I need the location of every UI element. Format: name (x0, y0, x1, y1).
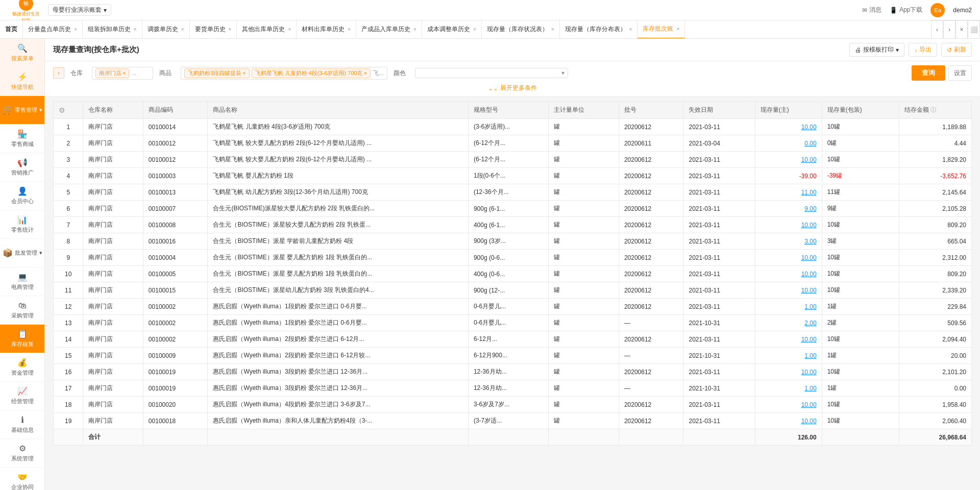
color-filter-input[interactable]: ▾ (415, 68, 568, 78)
row-qty-main[interactable]: 2.00 (755, 315, 822, 331)
search-icon: 🔍 (17, 43, 28, 53)
tab-stock-batch[interactable]: 库存批次账 × (638, 20, 685, 39)
close-tab-requisition[interactable]: × (229, 27, 232, 32)
row-qty-main[interactable]: 10.00 (755, 152, 822, 168)
close-tab-product-in[interactable]: × (413, 27, 416, 32)
row-qty-main[interactable]: 10.00 (755, 364, 822, 380)
close-tab-material-out[interactable]: × (348, 27, 351, 32)
expand-conditions[interactable]: ⌄⌄ 展开更多条件 (53, 84, 972, 92)
sidebar-item-system[interactable]: ⚙ 系统管理 (0, 439, 44, 468)
refresh-btn[interactable]: ↺ 刷新 (941, 43, 972, 57)
row-spec: 1段(0-6个... (468, 168, 548, 184)
tab-cost-adjust[interactable]: 成本调整单历史 × (422, 20, 482, 39)
tab-product-in[interactable]: 产成品入库单历史 × (356, 20, 422, 39)
close-tab-other-out[interactable]: × (288, 27, 291, 32)
sidebar-item-collaboration[interactable]: 🤝 企业协同 (0, 468, 44, 490)
close-tab-transfer[interactable]: × (181, 27, 184, 32)
sidebar-item-member[interactable]: 👤 会员中心 (0, 182, 44, 210)
close-tab-cost-adjust[interactable]: × (473, 27, 476, 32)
row-qty-main[interactable]: 1.00 (755, 299, 822, 315)
row-qty-main[interactable]: 10.00 (755, 266, 822, 282)
row-qty-main[interactable]: 10.00 (755, 397, 822, 413)
close-tab-stock-batch[interactable]: × (676, 26, 679, 32)
table-row: 4 南岸门店 00100003 飞鹤星飞帆 婴儿配方奶粉 1段 1段(0-6个.… (54, 168, 972, 184)
warehouse-tag-remove[interactable]: × (122, 70, 126, 76)
app-download-btn[interactable]: 📱 App下载 (890, 6, 922, 14)
sidebar-item-finance[interactable]: 💰 资金管理 (0, 353, 44, 382)
sidebar-item-retail[interactable]: 🛒 零售管理 ▾ (0, 96, 44, 125)
row-num: 3 (54, 152, 83, 168)
row-qty-main[interactable]: 10.00 (755, 119, 822, 135)
message-btn[interactable]: ✉ 消息 (862, 6, 881, 14)
row-batch: — (619, 380, 683, 397)
row-name: 合生元（BIOSTIME）派星 婴儿配方奶粉 1段 乳铁蛋白的... (208, 266, 468, 282)
goods-dots[interactable]: 飞... (373, 69, 384, 78)
goods-tag-2-remove[interactable]: × (363, 70, 366, 76)
table-settings-icon[interactable]: ⚙ (59, 106, 65, 114)
tab-fullscreen[interactable]: ⬜ (968, 20, 980, 39)
row-warehouse: 南岸门店 (83, 282, 143, 299)
tab-close-all[interactable]: × (955, 20, 968, 39)
tab-material-out[interactable]: 材料出库单历史 × (297, 20, 356, 39)
nav-tabs: 首页 分量盘点单历史 × 组装拆卸单历史 × 调拨单历史 × 要货单历史 × 其… (0, 20, 980, 39)
row-qty-main[interactable]: 10.00 (755, 413, 822, 429)
sidebar-item-ecommerce[interactable]: 💻 电商管理 (0, 267, 44, 296)
tab-stock-status[interactable]: 现存量（库存状况表） × (482, 20, 560, 39)
warehouse-filter-input[interactable]: 南岸门店 × ... (92, 67, 153, 80)
row-qty-main[interactable]: 3.00 (755, 233, 822, 250)
export-btn[interactable]: ↓ 导出 (909, 43, 937, 57)
tab-stock-dist[interactable]: 现存量（库存分布表） × (560, 20, 638, 39)
warehouse-selector[interactable]: 母婴行业演示账套 ▾ (48, 4, 111, 16)
row-qty-main[interactable]: -39.00 (755, 168, 822, 184)
tab-transfer[interactable]: 调拨单历史 × (142, 20, 190, 39)
row-amount: 2,145.64 (899, 184, 972, 201)
tab-inventory-count[interactable]: 分量盘点单历史 × (23, 20, 83, 39)
warehouse-dots[interactable]: ... (131, 69, 136, 77)
sidebar-item-search[interactable]: 🔍 搜索菜单 (0, 39, 44, 67)
row-qty-main[interactable]: 0.00 (755, 135, 822, 152)
tab-prev[interactable]: ‹ (931, 20, 943, 39)
footer-empty-6 (619, 429, 683, 446)
sidebar-item-operation[interactable]: 📈 经营管理 (0, 382, 44, 410)
sidebar-item-purchase[interactable]: 🛍 采购管理 (0, 296, 44, 325)
sidebar-item-wholesale[interactable]: 📦 批发管理 ▾ (0, 239, 44, 267)
goods-tag-1-remove[interactable]: × (242, 70, 246, 76)
close-tab-inventory-count[interactable]: × (74, 27, 77, 32)
tab-requisition[interactable]: 要货单历史 × (190, 20, 237, 39)
row-qty-main[interactable]: 10.00 (755, 282, 822, 299)
col-warehouse: 仓库名称 (83, 102, 143, 119)
filter-expand-arrow[interactable]: › (53, 67, 64, 79)
row-qty-main[interactable]: 10.00 (755, 331, 822, 348)
username: demo2 (953, 7, 972, 14)
row-qty-main[interactable]: 10.00 (755, 217, 822, 233)
template-print-btn[interactable]: 🖨 按模板打印 ▾ (849, 43, 904, 57)
row-spec: (3-7岁适... (468, 413, 548, 429)
sidebar-item-mall[interactable]: 🏪 零售商城 (0, 125, 44, 153)
tab-home[interactable]: 首页 (0, 20, 23, 39)
user-avatar[interactable]: Ea (930, 3, 945, 17)
table-row: 13 南岸门店 00100002 惠氏启腵（Wyeth illuma）1段奶粉 … (54, 315, 972, 331)
row-name: 惠氏启腵（Wyeth illuma）2段奶粉 爱尔兰进口 6-12月... (208, 331, 468, 348)
query-btn[interactable]: 查询 (912, 65, 945, 81)
close-tab-assemble[interactable]: × (134, 27, 137, 32)
table-row: 7 南岸门店 00100008 合生元（BIOSTIME）派星较大婴儿配方奶粉 … (54, 217, 972, 233)
row-qty-main[interactable]: 10.00 (755, 250, 822, 266)
sidebar-item-marketing[interactable]: 📢 营销推广 (0, 153, 44, 182)
row-qty-main[interactable]: 11.00 (755, 184, 822, 201)
tab-other-out[interactable]: 其他出库单历史 × (237, 20, 297, 39)
sidebar-item-basic[interactable]: ℹ 基础信息 (0, 410, 44, 439)
sidebar-item-retail-stats[interactable]: 📊 零售统计 (0, 210, 44, 239)
close-tab-stock-status[interactable]: × (551, 27, 554, 32)
row-qty-main[interactable]: 1.00 (755, 380, 822, 397)
sidebar-item-quick[interactable]: ⚡ 快捷导航 (0, 67, 44, 96)
row-code: 00100019 (143, 380, 208, 397)
tab-next[interactable]: › (943, 20, 955, 39)
row-qty-main[interactable]: 9.00 (755, 201, 822, 217)
close-tab-stock-dist[interactable]: × (629, 27, 632, 32)
goods-filter-input[interactable]: 飞鹤奶粉3段四罐提装 × 飞鹤星飞帆 儿童奶粉 4段(3-6岁适用) 700克 … (181, 67, 387, 80)
row-qty-main[interactable]: 1.00 (755, 348, 822, 364)
settings-btn[interactable]: 设置 (948, 65, 972, 81)
row-unit: 罐 (549, 299, 619, 315)
tab-assemble[interactable]: 组装拆卸单历史 × (83, 20, 142, 39)
sidebar-item-inventory[interactable]: 📋 库存核算 (0, 325, 44, 353)
